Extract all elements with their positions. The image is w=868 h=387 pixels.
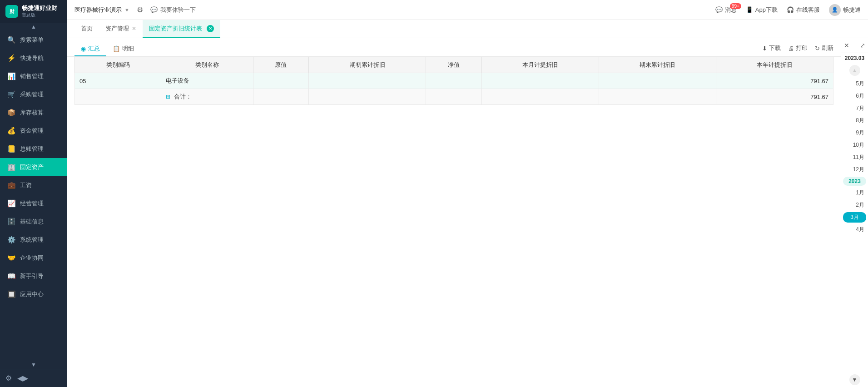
topbar-right: 💬 消息 99+ 📱 App下载 🎧 在线客服 👤 畅捷通	[715, 4, 861, 16]
sidebar-item-sales[interactable]: 📊 销售管理	[0, 67, 67, 85]
col-annual-dep: 本年计提折旧	[716, 57, 833, 73]
month-item-11[interactable]: 11月	[841, 151, 868, 164]
sidebar-label-finance: 资金管理	[20, 127, 44, 135]
col-name: 类别名称	[161, 57, 253, 73]
user-icon: 👤	[832, 7, 838, 13]
month-2023-4[interactable]: 4月	[841, 223, 868, 236]
month-prev-btn[interactable]: ▲	[849, 65, 860, 76]
sidebar-label-basic: 基础信息	[20, 218, 44, 226]
sidebar-item-ledger[interactable]: 📒 总账管理	[0, 140, 67, 158]
refresh-icon: ↻	[815, 45, 820, 52]
month-item-6[interactable]: 6月	[841, 90, 868, 102]
content-main: ◉ 汇总 📋 明细 ⬇ 下载 🖨 打印	[67, 38, 841, 387]
col-net-value: 净值	[426, 57, 482, 73]
basic-icon: 🗄️	[7, 218, 15, 226]
month-item-10[interactable]: 10月	[841, 139, 868, 151]
app-download-icon: 📱	[746, 6, 753, 13]
finance-icon: 💰	[7, 127, 15, 135]
cell-code: 05	[75, 73, 161, 89]
customer-service-icon: 🎧	[787, 6, 794, 13]
app-download-btn[interactable]: 📱 App下载	[746, 6, 778, 14]
month-item-8[interactable]: 8月	[841, 114, 868, 127]
sidebar-item-inventory[interactable]: 📦 库存核算	[0, 104, 67, 122]
sidebar-item-system[interactable]: ⚙️ 系统管理	[0, 231, 67, 249]
sidebar-logo: 财 畅捷通好业财 普及版	[0, 0, 67, 23]
user-profile-btn[interactable]: 👤 畅捷通	[829, 4, 861, 16]
month-item-5[interactable]: 5月	[841, 78, 868, 90]
sidebar-label-inventory: 库存核算	[20, 109, 44, 117]
year-2023-label: 2023	[843, 177, 866, 186]
sidebar-item-operations[interactable]: 📈 经营管理	[0, 194, 67, 213]
app-logo-text: 畅捷通好业财	[22, 5, 57, 12]
topbar-settings-icon[interactable]: ⚙	[137, 5, 143, 14]
tab-depreciation-report-close[interactable]: ✕	[207, 25, 214, 32]
tab-depreciation-report[interactable]: 固定资产折旧统计表 ✕	[143, 20, 220, 38]
experience-label: 我要体验一下	[160, 6, 196, 14]
sidebar-label-salary: 工资	[20, 181, 32, 189]
collapse-icon[interactable]: ◀▶	[17, 374, 28, 382]
quicknav-icon: ⚡	[7, 54, 15, 62]
refresh-btn[interactable]: ↻ 刷新	[815, 44, 833, 52]
operations-icon: 📈	[7, 199, 15, 208]
total-label: ⊞ 合计：	[161, 89, 253, 105]
table-wrapper: 类别编码 类别名称 原值 期初累计折旧 净值 本月计提折旧 期末累计折旧 本年计…	[67, 57, 841, 387]
system-icon: ⚙️	[7, 236, 15, 244]
tab-asset-mgmt[interactable]: 资产管理 ✕	[99, 20, 143, 38]
month-item-12[interactable]: 12月	[841, 164, 868, 176]
notifications-btn[interactable]: 💬 消息 99+	[715, 6, 737, 14]
tab-home[interactable]: 首页	[74, 20, 99, 38]
table-row: 05 电子设备 791.67	[75, 73, 833, 89]
tab-asset-mgmt-close[interactable]: ✕	[132, 25, 136, 32]
sidebar-item-purchase[interactable]: 🛒 采购管理	[0, 85, 67, 104]
print-icon: 🖨	[788, 45, 794, 52]
topbar: 医疗器械行业演示 ▼ ⚙ 💬 我要体验一下 💬 消息 99+ 📱 App下载 🎧…	[67, 0, 868, 20]
sidebar-item-appstore[interactable]: 🔲 应用中心	[0, 285, 67, 303]
tab-depreciation-report-label: 固定资产折旧统计表	[149, 25, 202, 33]
scroll-up-icon[interactable]: ▲	[31, 24, 36, 30]
sidebar-item-fixedassets[interactable]: 🏢 固定资产	[0, 158, 67, 176]
notifications-badge: 99+	[730, 3, 741, 9]
download-btn[interactable]: ⬇ 下载	[762, 44, 781, 52]
sub-tab-detail[interactable]: 📋 明细	[106, 42, 140, 56]
sidebar-label-ledger: 总账管理	[20, 145, 44, 153]
sidebar: 财 畅捷通好业财 普及版 ▲ 🔍 搜索菜单 ⚡ 快捷导航 📊 销售管理 🛒 采购…	[0, 0, 67, 387]
print-btn[interactable]: 🖨 打印	[788, 44, 808, 52]
refresh-label: 刷新	[822, 44, 833, 52]
month-item-9[interactable]: 9月	[841, 127, 868, 139]
customer-service-btn[interactable]: 🎧 在线客服	[787, 6, 820, 14]
month-2023-3[interactable]: 3月	[843, 212, 866, 223]
company-dropdown-arrow: ▼	[124, 7, 129, 13]
sidebar-item-search[interactable]: 🔍 搜索菜单	[0, 31, 67, 49]
sidebar-item-quicknav[interactable]: ⚡ 快捷导航	[0, 49, 67, 67]
sub-tab-summary[interactable]: ◉ 汇总	[74, 42, 106, 56]
month-next-btn[interactable]: ▼	[849, 374, 860, 385]
panel-close-btn[interactable]: ✕	[844, 42, 849, 49]
sidebar-item-basic[interactable]: 🗄️ 基础信息	[0, 213, 67, 231]
user-label: 畅捷通	[843, 6, 861, 14]
company-selector[interactable]: 医疗器械行业演示 ▼	[74, 6, 129, 14]
sidebar-item-collab[interactable]: 🤝 企业协同	[0, 249, 67, 267]
topbar-experience[interactable]: 💬 我要体验一下	[150, 6, 196, 14]
sidebar-label-quicknav: 快捷导航	[20, 54, 44, 62]
notifications-icon: 💬	[715, 6, 723, 13]
search-icon: 🔍	[7, 36, 15, 44]
sidebar-item-guide[interactable]: 📖 新手引导	[0, 267, 67, 285]
settings-bottom-icon[interactable]: ⚙	[5, 374, 12, 382]
month-2023-2[interactable]: 2月	[841, 199, 868, 211]
guide-icon: 📖	[7, 272, 15, 280]
col-monthly-dep: 本月计提折旧	[481, 57, 599, 73]
sidebar-label-system: 系统管理	[20, 236, 44, 244]
cell-net-value	[426, 73, 482, 89]
sidebar-item-finance[interactable]: 💰 资金管理	[0, 122, 67, 140]
appstore-icon: 🔲	[7, 290, 15, 298]
month-2023-1[interactable]: 1月	[841, 187, 868, 199]
month-item-7[interactable]: 7月	[841, 102, 868, 114]
sidebar-item-salary[interactable]: 💼 工资	[0, 176, 67, 194]
right-panel: ✕ ⤢ 2023.03 ▲ 5月 6月 7月 8月 9月 10月 11月 12月…	[841, 38, 868, 387]
panel-expand-btn[interactable]: ⤢	[860, 42, 865, 49]
sidebar-label-search: 搜索菜单	[20, 36, 44, 44]
app-download-label: App下载	[755, 6, 778, 14]
cell-annual-dep: 791.67	[716, 73, 833, 89]
sales-icon: 📊	[7, 72, 15, 80]
scroll-down-icon[interactable]: ▼	[31, 362, 36, 368]
